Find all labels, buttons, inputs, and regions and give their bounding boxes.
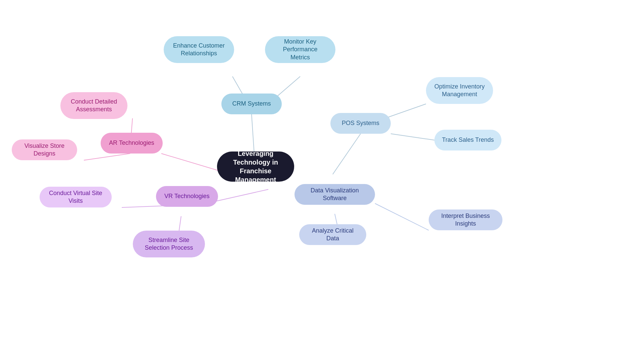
node-conduct-ar: Conduct Detailed Assessments [60,92,127,119]
svg-line-10 [84,154,130,160]
node-dataviz: Data Visualization Software [294,184,375,205]
node-conduct-vr: Conduct Virtual Site Visits [40,187,112,207]
node-ar: AR Technologies [101,133,163,154]
central-node: Leveraging Technology in Franchise Manag… [217,152,294,182]
svg-line-8 [391,134,434,140]
node-monitor: Monitor Key Performance Metrics [265,36,335,63]
node-crm: CRM Systems [221,94,282,114]
svg-line-13 [375,203,429,230]
node-visualize: Visualize Store Designs [12,139,77,160]
node-interpret: Interpret Business Insights [429,209,502,230]
svg-line-1 [333,134,361,174]
svg-line-11 [122,206,164,207]
node-analyze: Analyze Critical Data [299,224,366,245]
node-track: Track Sales Trends [434,130,501,150]
node-pos: POS Systems [330,113,391,134]
node-streamline: Streamline Site Selection Process [133,231,205,257]
node-enhance: Enhance Customer Relationships [164,36,234,63]
node-vr: VR Technologies [156,186,218,207]
node-optimize: Optimize Inventory Management [426,77,493,104]
